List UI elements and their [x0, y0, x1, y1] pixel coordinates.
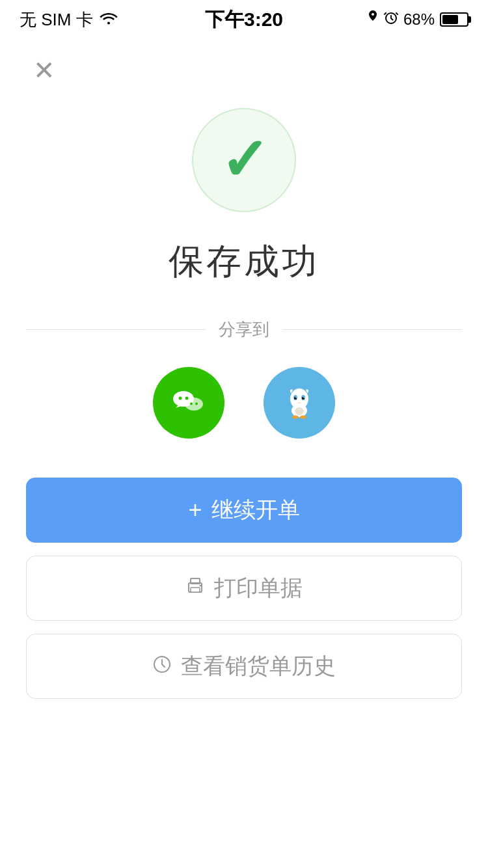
- history-button[interactable]: 查看销货单历史: [26, 634, 462, 699]
- share-wechat-button[interactable]: [153, 367, 224, 439]
- checkmark-icon: ✓: [220, 131, 269, 189]
- plus-icon: +: [188, 496, 202, 524]
- status-right-icons: 68%: [367, 10, 468, 29]
- wechat-icon: [168, 382, 210, 424]
- history-label: 查看销货单历史: [181, 651, 336, 681]
- battery-icon: [440, 12, 468, 27]
- svg-point-6: [195, 403, 198, 405]
- divider-right: [282, 329, 462, 330]
- svg-point-10: [295, 397, 297, 398]
- divider-left: [26, 329, 206, 330]
- status-carrier: 无 SIM 卡: [20, 8, 118, 31]
- location-icon: [367, 10, 379, 29]
- status-bar: 无 SIM 卡 下午3:20 68%: [0, 0, 488, 39]
- svg-point-4: [185, 397, 189, 400]
- svg-point-16: [292, 416, 299, 419]
- continue-button[interactable]: + 继续开单: [26, 478, 462, 543]
- close-button[interactable]: ✕: [26, 52, 62, 88]
- status-time: 下午3:20: [205, 7, 283, 33]
- close-icon: ✕: [33, 57, 55, 83]
- qq-icon: [280, 383, 319, 422]
- svg-point-17: [300, 416, 306, 419]
- svg-point-5: [190, 403, 193, 405]
- share-divider-text: 分享到: [219, 318, 269, 341]
- svg-point-13: [303, 397, 305, 398]
- svg-point-3: [179, 397, 182, 400]
- wifi-icon: [100, 10, 118, 29]
- success-title: 保存成功: [169, 238, 319, 286]
- print-icon: [185, 577, 205, 600]
- svg-rect-20: [191, 588, 200, 592]
- continue-label: 继续开单: [211, 495, 300, 525]
- history-icon: [152, 655, 172, 679]
- svg-point-15: [295, 407, 304, 415]
- carrier-text: 无 SIM 卡: [20, 8, 93, 31]
- main-content: ✕ ✓ 保存成功 分享到: [0, 39, 488, 725]
- svg-point-21: [200, 584, 202, 586]
- alarm-icon: [384, 10, 398, 29]
- share-icons-container: [153, 367, 335, 439]
- battery-percentage: 68%: [403, 10, 435, 29]
- action-buttons-container: + 继续开单 打印单据 查看销货单历史: [26, 478, 462, 699]
- success-icon-wrapper: ✓: [192, 108, 296, 212]
- share-divider-section: 分享到: [26, 318, 462, 341]
- print-button[interactable]: 打印单据: [26, 556, 462, 621]
- print-label: 打印单据: [214, 573, 303, 603]
- share-qq-button[interactable]: [264, 367, 335, 439]
